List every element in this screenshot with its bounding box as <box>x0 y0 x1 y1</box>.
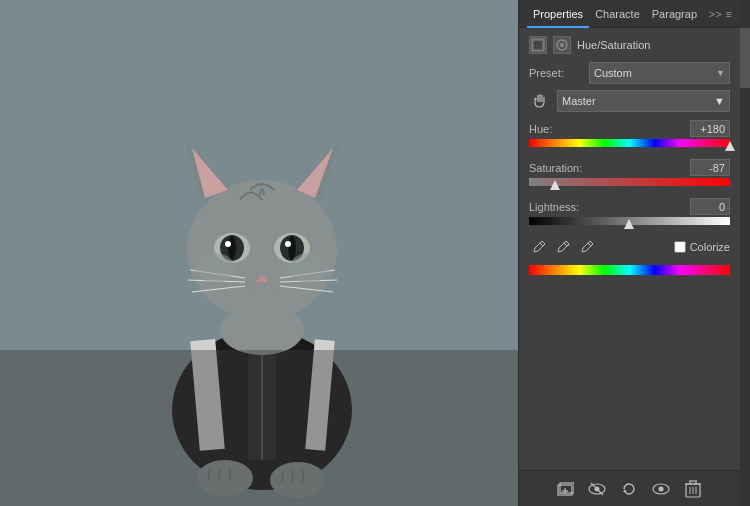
svg-rect-39 <box>534 41 542 49</box>
panel-menu-button[interactable]: ≡ <box>726 8 732 20</box>
hue-full-bar <box>529 265 730 275</box>
eyedropper-icon[interactable] <box>529 237 549 257</box>
saturation-label: Saturation: <box>529 162 582 174</box>
reset-icon[interactable] <box>619 479 639 499</box>
canvas-area <box>0 0 518 506</box>
bottom-toolbar <box>519 470 740 506</box>
tab-character[interactable]: Characte <box>589 0 646 28</box>
saturation-value[interactable]: -87 <box>690 159 730 176</box>
eyedropper-subtract-icon[interactable]: - <box>577 237 597 257</box>
svg-point-7 <box>187 180 337 320</box>
svg-point-28 <box>289 253 329 283</box>
saturation-slider-track[interactable] <box>529 178 730 192</box>
preset-dropdown[interactable]: Custom ▼ <box>589 62 730 84</box>
svg-point-27 <box>195 253 235 283</box>
svg-point-56 <box>659 486 664 491</box>
saturation-header: Saturation: -87 <box>529 159 730 176</box>
color-bar-section <box>529 265 730 275</box>
hue-slider-track[interactable] <box>529 139 730 153</box>
svg-marker-54 <box>623 489 627 493</box>
preset-row: Preset: Custom ▼ <box>529 62 730 84</box>
svg-rect-37 <box>0 350 518 506</box>
svg-line-42 <box>540 243 543 246</box>
panel-tabs: Properties Characte Paragrap >> ≡ <box>519 0 740 28</box>
svg-text:+: + <box>567 241 571 247</box>
right-panel: Properties Characte Paragrap >> ≡ Hue/Sa… <box>518 0 740 506</box>
hand-tool-icon[interactable] <box>529 90 551 112</box>
scrollbar[interactable] <box>740 0 750 506</box>
tab-paragraph[interactable]: Paragrap <box>646 0 703 28</box>
hue-label: Hue: <box>529 123 552 135</box>
delete-icon[interactable] <box>683 479 703 499</box>
colorize-label: Colorize <box>690 241 730 253</box>
saturation-slider-thumb[interactable] <box>550 180 560 192</box>
channel-row: Master ▼ <box>529 90 730 112</box>
preset-value: Custom <box>594 67 632 79</box>
lightness-label: Lightness: <box>529 201 579 213</box>
tabs-more-button[interactable]: >> <box>709 8 722 20</box>
channel-dropdown-arrow: ▼ <box>714 95 725 107</box>
channel-value: Master <box>562 95 596 107</box>
hue-value[interactable]: +180 <box>690 120 730 137</box>
svg-text:-: - <box>591 241 593 247</box>
svg-point-14 <box>228 236 236 260</box>
svg-point-19 <box>285 241 291 247</box>
eyedropper-add-icon[interactable]: + <box>553 237 573 257</box>
preset-label: Preset: <box>529 67 589 79</box>
colorize-checkbox-row[interactable]: Colorize <box>674 241 730 253</box>
lightness-value[interactable]: 0 <box>690 198 730 215</box>
svg-point-15 <box>225 241 231 247</box>
new-layer-icon[interactable] <box>555 479 575 499</box>
adjustment-layer-icon <box>529 36 547 54</box>
tools-row: + - Colorize <box>529 237 730 257</box>
lightness-header: Lightness: 0 <box>529 198 730 215</box>
lightness-section: Lightness: 0 <box>529 198 730 231</box>
visibility-icon[interactable] <box>553 36 571 54</box>
tab-properties[interactable]: Properties <box>527 0 589 28</box>
panel-content: Hue/Saturation Preset: Custom ▼ Master ▼ <box>519 28 740 470</box>
preset-dropdown-arrow: ▼ <box>716 68 725 78</box>
lightness-slider-track[interactable] <box>529 217 730 231</box>
lightness-slider-thumb[interactable] <box>624 219 634 231</box>
hue-slider-thumb[interactable] <box>725 141 735 153</box>
hue-section: Hue: +180 <box>529 120 730 153</box>
scrollbar-thumb[interactable] <box>740 28 750 88</box>
hue-header: Hue: +180 <box>529 120 730 137</box>
eye-icon[interactable] <box>651 479 671 499</box>
panel-header: Hue/Saturation <box>529 36 730 54</box>
colorize-checkbox[interactable] <box>674 241 686 253</box>
visibility-toggle-icon[interactable] <box>587 479 607 499</box>
svg-point-41 <box>560 43 564 47</box>
svg-point-18 <box>288 236 296 260</box>
panel-title: Hue/Saturation <box>577 39 650 51</box>
channel-dropdown[interactable]: Master ▼ <box>557 90 730 112</box>
saturation-section: Saturation: -87 <box>529 159 730 192</box>
